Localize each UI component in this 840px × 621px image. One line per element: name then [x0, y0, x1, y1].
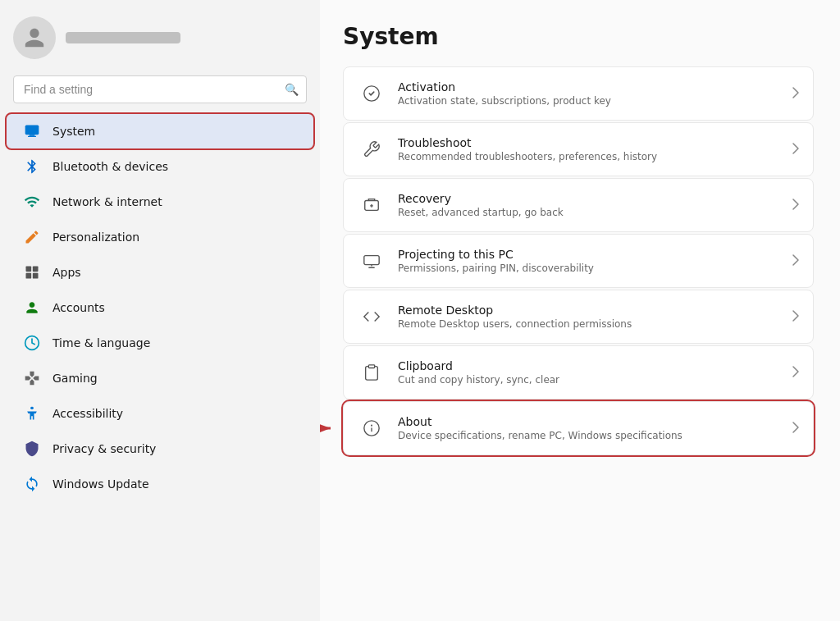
- about-title: About: [398, 415, 785, 428]
- svg-rect-5: [26, 273, 32, 279]
- bluetooth-label: Bluetooth & devices: [52, 160, 168, 173]
- about-text: AboutDevice specifications, rename PC, W…: [398, 415, 785, 441]
- recovery-settings-icon: [357, 190, 386, 220]
- remote-desktop-desc: Remote Desktop users, connection permiss…: [398, 318, 785, 330]
- about-chevron-icon: [792, 421, 800, 436]
- search-box: 🔍: [13, 75, 307, 103]
- clipboard-chevron-icon: [792, 365, 800, 381]
- svg-rect-6: [33, 273, 39, 279]
- sidebar-item-gaming[interactable]: Gaming: [7, 361, 313, 395]
- recovery-title: Recovery: [398, 192, 785, 205]
- svg-rect-12: [364, 256, 379, 265]
- time-label: Time & language: [52, 336, 150, 349]
- troubleshoot-settings-icon: [357, 135, 386, 164]
- accounts-icon: [23, 299, 41, 317]
- svg-rect-4: [33, 267, 39, 272]
- about-desc: Device specifications, rename PC, Window…: [398, 430, 785, 441]
- sidebar-item-privacy[interactable]: Privacy & security: [7, 432, 313, 466]
- activation-title: Activation: [398, 80, 785, 94]
- update-icon: [23, 475, 41, 493]
- sidebar-item-time[interactable]: Time & language: [7, 326, 313, 360]
- system-label: System: [52, 125, 95, 138]
- settings-item-remote-desktop[interactable]: Remote DesktopRemote Desktop users, conn…: [343, 290, 814, 344]
- clipboard-desc: Cut and copy history, sync, clear: [398, 374, 785, 386]
- activation-settings-icon: [357, 79, 386, 108]
- settings-item-activation[interactable]: ActivationActivation state, subscription…: [343, 66, 814, 121]
- troubleshoot-title: Troubleshoot: [398, 136, 785, 149]
- search-input[interactable]: [13, 75, 307, 103]
- settings-item-about[interactable]: AboutDevice specifications, rename PC, W…: [343, 401, 814, 455]
- settings-item-projecting[interactable]: Projecting to this PCPermissions, pairin…: [343, 234, 814, 288]
- page-title: System: [343, 23, 814, 50]
- user-name: [66, 32, 180, 43]
- personalization-icon: [23, 228, 41, 246]
- activation-chevron-icon: [792, 86, 800, 102]
- main-content: System ActivationActivation state, subsc…: [320, 0, 840, 621]
- svg-rect-0: [25, 126, 39, 135]
- about-arrow-annotation: [320, 417, 337, 440]
- bluetooth-icon: [23, 158, 41, 176]
- time-icon: [23, 334, 41, 352]
- settings-item-recovery[interactable]: RecoveryReset, advanced startup, go back: [343, 178, 814, 232]
- troubleshoot-desc: Recommended troubleshooters, preferences…: [398, 151, 785, 162]
- sidebar-nav: SystemBluetooth & devicesNetwork & inter…: [0, 113, 320, 502]
- troubleshoot-chevron-icon: [792, 142, 800, 158]
- gaming-label: Gaming: [52, 372, 98, 385]
- accessibility-icon: [23, 404, 41, 422]
- sidebar-item-update[interactable]: Windows Update: [7, 467, 313, 501]
- sidebar: 🔍 SystemBluetooth & devicesNetwork & int…: [0, 0, 320, 621]
- settings-item-troubleshoot[interactable]: TroubleshootRecommended troubleshooters,…: [343, 122, 814, 176]
- avatar[interactable]: [13, 16, 56, 59]
- sidebar-item-bluetooth[interactable]: Bluetooth & devices: [7, 149, 313, 184]
- recovery-desc: Reset, advanced startup, go back: [398, 207, 785, 218]
- privacy-icon: [23, 440, 41, 458]
- projecting-chevron-icon: [792, 253, 800, 269]
- search-icon: 🔍: [285, 83, 299, 96]
- svg-rect-3: [26, 267, 32, 272]
- clipboard-title: Clipboard: [398, 359, 785, 372]
- system-icon: [23, 122, 41, 140]
- settings-list: ActivationActivation state, subscription…: [343, 66, 814, 455]
- clipboard-settings-icon: [357, 358, 386, 387]
- about-settings-icon: [357, 413, 386, 443]
- update-label: Windows Update: [52, 477, 149, 491]
- recovery-text: RecoveryReset, advanced startup, go back: [398, 192, 785, 218]
- network-icon: [23, 193, 41, 211]
- sidebar-item-system[interactable]: System: [7, 114, 313, 148]
- activation-text: ActivationActivation state, subscription…: [398, 80, 785, 107]
- sidebar-item-apps[interactable]: Apps: [7, 255, 313, 290]
- apps-label: Apps: [52, 266, 81, 279]
- sidebar-item-personalization[interactable]: Personalization: [7, 220, 313, 254]
- sidebar-item-accessibility[interactable]: Accessibility: [7, 396, 313, 431]
- remote-desktop-settings-icon: [357, 302, 386, 331]
- settings-item-clipboard[interactable]: ClipboardCut and copy history, sync, cle…: [343, 345, 814, 400]
- gaming-icon: [23, 369, 41, 387]
- apps-icon: [23, 263, 41, 281]
- recovery-chevron-icon: [792, 198, 800, 213]
- sidebar-item-network[interactable]: Network & internet: [7, 185, 313, 219]
- accounts-label: Accounts: [52, 301, 105, 314]
- troubleshoot-text: TroubleshootRecommended troubleshooters,…: [398, 136, 785, 162]
- svg-rect-2: [28, 136, 36, 137]
- accessibility-label: Accessibility: [52, 407, 123, 420]
- projecting-text: Projecting to this PCPermissions, pairin…: [398, 248, 785, 274]
- projecting-title: Projecting to this PC: [398, 248, 785, 261]
- projecting-desc: Permissions, pairing PIN, discoverabilit…: [398, 263, 785, 274]
- remote-desktop-title: Remote Desktop: [398, 304, 785, 317]
- sidebar-top: [0, 0, 320, 69]
- svg-rect-1: [30, 135, 35, 136]
- remote-desktop-chevron-icon: [792, 309, 800, 325]
- svg-point-9: [30, 407, 33, 409]
- sidebar-item-accounts[interactable]: Accounts: [7, 290, 313, 325]
- projecting-settings-icon: [357, 246, 386, 276]
- remote-desktop-text: Remote DesktopRemote Desktop users, conn…: [398, 304, 785, 330]
- privacy-label: Privacy & security: [52, 442, 156, 455]
- user-avatar-icon: [23, 26, 46, 49]
- network-label: Network & internet: [52, 195, 162, 208]
- svg-rect-13: [368, 365, 374, 368]
- clipboard-text: ClipboardCut and copy history, sync, cle…: [398, 359, 785, 386]
- activation-desc: Activation state, subscriptions, product…: [398, 95, 785, 107]
- personalization-label: Personalization: [52, 231, 139, 244]
